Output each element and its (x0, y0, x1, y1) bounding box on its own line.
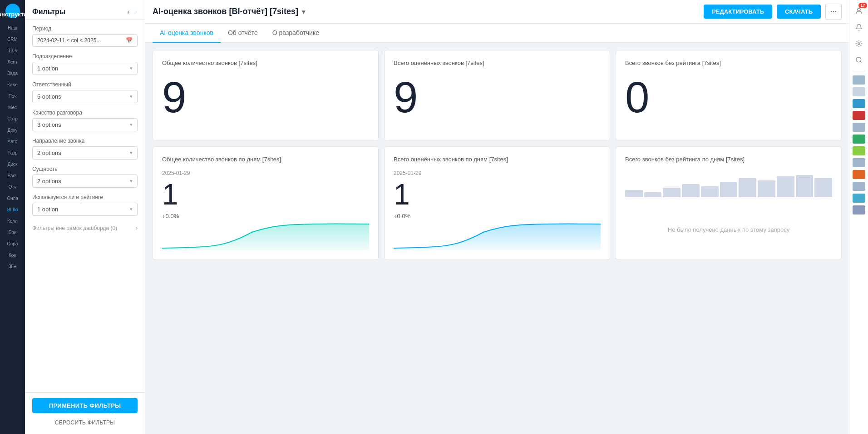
card-daily-total-value: 1 (162, 180, 369, 209)
filter-period: Период 2024-02-11 ≤ col < 2025... 📅 (32, 25, 138, 47)
filter-direction-select[interactable]: 2 options ▾ (32, 146, 138, 160)
nav-item-6[interactable]: Поч (0, 91, 25, 101)
calendar-icon: 📅 (126, 37, 133, 44)
filter-entity-label: Сущность (32, 166, 138, 172)
card-daily-rated: Всего оценённых звонков по дням [7sites]… (384, 146, 610, 260)
outside-filters-label: Фильтры вне рамок дашборда (0) (32, 225, 117, 231)
nav-item-16[interactable]: BI Ко (0, 205, 25, 215)
tab-developer[interactable]: О разработчике (265, 24, 326, 43)
chevron-right-icon: › (136, 225, 138, 231)
chevron-down-icon-2: ▾ (130, 94, 133, 100)
bell-icon[interactable] (852, 20, 866, 35)
color-block-9 (853, 182, 865, 191)
no-data-text: Не было получено данных по этому запросу (625, 226, 832, 233)
chevron-down-icon-5: ▾ (130, 178, 133, 184)
cards-grid: Общее количество звонков [7sites] 9 Всег… (153, 50, 842, 260)
chevron-down-icon-4: ▾ (130, 150, 133, 156)
color-block-4 (853, 123, 865, 132)
nav-item-0[interactable]: Наш (0, 23, 25, 33)
nav-item-10[interactable]: Авто (0, 136, 25, 147)
left-nav: BI Конструктор Наш CRM Т3 в Лент Зада Ка… (0, 0, 25, 434)
card-total-calls-title: Общее количество звонков [7sites] (162, 60, 369, 66)
app-logo[interactable]: BI Конструктор (5, 4, 20, 18)
content-area: Общее количество звонков [7sites] 9 Всег… (145, 43, 849, 434)
card-rated-calls-value: 9 (394, 75, 601, 119)
color-block-0 (853, 75, 865, 85)
main-area: AI-оценка звонков [BI-отчёт] [7sites] ▾ … (145, 0, 849, 434)
svg-point-0 (858, 8, 860, 11)
filter-responsible: Ответственный 5 options ▾ (32, 81, 138, 103)
filter-rating-value: 1 option (37, 206, 58, 213)
card-daily-no-rating: Всего звонков без рейтинга по дням [7sit… (616, 146, 842, 260)
filter-responsible-value: 5 options (37, 93, 61, 100)
filter-entity: Сущность 2 options ▾ (32, 166, 138, 188)
filter-quality-select[interactable]: 3 options ▾ (32, 118, 138, 131)
nav-item-11[interactable]: Разр (0, 148, 25, 158)
nav-item-3[interactable]: Лент (0, 57, 25, 67)
nav-item-2[interactable]: Т3 в (0, 45, 25, 56)
nav-item-12[interactable]: Диск (0, 159, 25, 170)
card-daily-rated-date: 2025-01-29 (394, 170, 601, 176)
nav-item-7[interactable]: Мес (0, 102, 25, 113)
color-block-5 (853, 135, 865, 144)
sidebar-collapse-button[interactable]: ⟵ (127, 7, 138, 16)
sidebar-content: Период 2024-02-11 ≤ col < 2025... 📅 Подр… (25, 20, 145, 392)
notification-badge: 17 (858, 3, 867, 8)
report-title-dropdown-icon[interactable]: ▾ (302, 8, 305, 15)
right-bar: 17 (849, 0, 868, 434)
card-no-rating-calls-title: Всего звонков без рейтинга [7sites] (625, 60, 832, 66)
search-icon[interactable] (852, 53, 866, 67)
filter-subdivision-select[interactable]: 1 option ▾ (32, 62, 138, 75)
nav-item-9[interactable]: Доку (0, 125, 25, 135)
apply-filters-button[interactable]: ПРИМЕНИТЬ ФИЛЬТРЫ (32, 398, 138, 413)
bar-10 (796, 175, 814, 197)
filter-rating-select[interactable]: 1 option ▾ (32, 203, 138, 216)
svg-point-1 (858, 43, 860, 45)
outside-filters-link[interactable]: Фильтры вне рамок дашборда (0) › (32, 222, 138, 234)
tabs-bar: AI-оценка звонков Об отчёте О разработчи… (145, 24, 849, 43)
filter-entity-select[interactable]: 2 options ▾ (32, 175, 138, 188)
tab-about[interactable]: Об отчёте (221, 24, 265, 43)
bar-3 (663, 188, 681, 197)
tab-ai-score[interactable]: AI-оценка звонков (153, 24, 221, 43)
filter-subdivision: Подразделение 1 option ▾ (32, 53, 138, 75)
filter-responsible-select[interactable]: 5 options ▾ (32, 90, 138, 103)
svg-point-2 (856, 57, 861, 62)
nav-item-4[interactable]: Зада (0, 68, 25, 79)
nav-item-5[interactable]: Кале (0, 80, 25, 90)
nav-item-15[interactable]: Онла (0, 193, 25, 204)
filter-direction: Направление звонка 2 options ▾ (32, 138, 138, 160)
filter-quality: Качество разговора 3 options ▾ (32, 110, 138, 131)
nav-item-17[interactable]: Колл (0, 216, 25, 226)
top-bar: AI-оценка звонков [BI-отчёт] [7sites] ▾ … (145, 0, 849, 24)
reset-filters-button[interactable]: СБРОСИТЬ ФИЛЬТРЫ (32, 417, 138, 429)
nav-item-13[interactable]: Расч (0, 170, 25, 181)
sidebar-header: Фильтры ⟵ (25, 0, 145, 20)
bar-6 (720, 182, 738, 197)
card-total-calls: Общее количество звонков [7sites] 9 (153, 50, 379, 141)
filter-period-input[interactable]: 2024-02-11 ≤ col < 2025... 📅 (32, 34, 138, 47)
bar-7 (739, 178, 756, 197)
edit-button[interactable]: РЕДАКТИРОВАТЬ (704, 5, 772, 19)
filter-responsible-label: Ответственный (32, 81, 138, 88)
settings-icon[interactable] (852, 36, 866, 51)
nav-item-14[interactable]: Отч (0, 182, 25, 192)
nav-item-21[interactable]: 35+ (0, 261, 25, 272)
nav-item-19[interactable]: Спра (0, 239, 25, 249)
nav-item-20[interactable]: Кон (0, 250, 25, 260)
chevron-down-icon: ▾ (130, 65, 133, 71)
card-no-rating-calls-value: 0 (625, 75, 832, 119)
filter-direction-value: 2 options (37, 150, 61, 156)
nav-item-18[interactable]: Бри (0, 227, 25, 238)
card-rated-calls: Всего оценённых звонков [7sites] 9 (384, 50, 610, 141)
bar-5 (701, 186, 719, 197)
more-options-button[interactable]: ··· (825, 4, 842, 20)
bar-chart-mini (625, 172, 832, 199)
download-button[interactable]: СКАЧАТЬ (777, 5, 821, 19)
nav-item-1[interactable]: CRM (0, 34, 25, 45)
card-rated-calls-title: Всего оценённых звонков [7sites] (394, 60, 601, 66)
nav-item-8[interactable]: Сотр (0, 114, 25, 124)
filter-subdivision-value: 1 option (37, 65, 58, 72)
user-icon[interactable]: 17 (852, 4, 866, 18)
color-block-7 (853, 158, 865, 167)
